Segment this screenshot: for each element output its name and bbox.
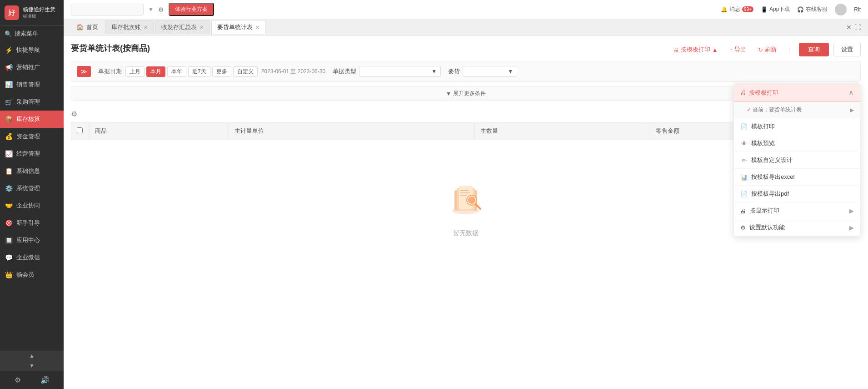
date-year-btn[interactable]: 本年 [167, 66, 186, 77]
sidebar-item-collab[interactable]: 🤝 企业协同 [0, 197, 64, 214]
main-area: ▼ ⚙ 体验行业方案 🔔 消息 99+ 📱 App下载 🎧 在线客服 Rit 🏠 [64, 0, 868, 389]
topbar-dropdown-icon[interactable]: ▼ [148, 6, 154, 13]
excel-icon: 📊 [740, 174, 748, 181]
sound-icon[interactable]: 🔊 [40, 376, 50, 384]
sidebar-item-system[interactable]: ⚙️ 系统管理 [0, 180, 64, 197]
purchase-icon: 🛒 [5, 98, 13, 106]
tab-collect-summary[interactable]: 收发存汇总表 ✕ [155, 20, 210, 34]
dropdown-item-export-excel[interactable]: 📊 按模板导出excel [734, 169, 860, 186]
app-download-btn[interactable]: 📱 App下载 [761, 5, 790, 13]
select-all-checkbox[interactable] [77, 127, 83, 133]
date-current-month-btn[interactable]: 本月 [146, 66, 165, 77]
close-order-stats-icon[interactable]: ✕ [255, 25, 259, 30]
close-collect-summary-icon[interactable]: ✕ [200, 25, 204, 30]
dropdown-header: 🖨 按模板打印 ∧ [734, 84, 860, 102]
sidebar-item-purchase[interactable]: 🛒 采购管理 [0, 93, 64, 111]
display-print-left: 🖨 按显示打印 [740, 207, 779, 215]
sidebar-item-sales[interactable]: 📊 销售管理 [0, 76, 64, 93]
sidebar-item-apps[interactable]: 🔲 应用中心 [0, 232, 64, 249]
dropdown-item-label: 模板打印 [751, 122, 775, 131]
sidebar-item-inventory[interactable]: 📦 库存核算 [0, 111, 64, 128]
headset-icon: 🎧 [797, 6, 804, 13]
trial-btn[interactable]: 体验行业方案 [169, 3, 214, 16]
dropdown-item-label: 按模板导出pdf [751, 190, 789, 198]
sidebar-item-operation[interactable]: 📈 经营管理 [0, 145, 64, 162]
action-buttons: 🖨 按模板打印 ▲ ↑ 导出 ↻ 刷新 ⋮ 查询 设置 [669, 43, 861, 56]
dropdown-item-template-preview[interactable]: 👁 模板预览 [734, 135, 860, 152]
close-window-icon[interactable]: ✕ [846, 24, 852, 31]
tab-order-stats-label: 要货单统计表 [217, 23, 253, 31]
msg-badge: 99+ [742, 6, 753, 12]
sidebar-item-label: 经营管理 [16, 150, 40, 158]
settings-btn[interactable]: 设置 [833, 43, 861, 56]
wechat-icon: 💬 [5, 254, 13, 261]
set-default-icon: ⚙ [740, 224, 746, 231]
close-inventory-batch-icon[interactable]: ✕ [144, 25, 148, 30]
dropdown-collapse-icon[interactable]: ∧ [848, 88, 854, 97]
sidebar-item-wechat[interactable]: 💬 企业微信 [0, 249, 64, 266]
search-menu-btn[interactable]: 🔍 搜索菜单 [0, 26, 64, 41]
guide-icon: 🎯 [5, 219, 13, 227]
service-btn[interactable]: 🎧 在线客服 [797, 5, 828, 13]
sidebar-item-member[interactable]: 👑 畅会员 [0, 266, 64, 283]
empty-icon [443, 177, 489, 222]
search-menu-label: 搜索菜单 [15, 30, 38, 38]
dropdown-item-label: 模板自定义设计 [751, 156, 793, 164]
sidebar-item-guide[interactable]: 🎯 新手引导 [0, 214, 64, 232]
settings-bottom-icon[interactable]: ⚙ [15, 376, 21, 384]
topbar-gear-icon[interactable]: ⚙ [158, 6, 164, 13]
sidebar-bottom: ⚙ 🔊 [0, 371, 64, 389]
marketing-icon: 📢 [5, 64, 13, 71]
date-prev-month-btn[interactable]: 上月 [125, 66, 145, 77]
phone-icon: 📱 [761, 6, 768, 13]
sidebar-item-label: 营销推广 [16, 63, 40, 71]
display-print-label: 按显示打印 [750, 207, 779, 215]
dropdown-current-item[interactable]: ✓ 当前：要货单统计表 ▶ [734, 102, 860, 118]
date-7days-btn[interactable]: 近7天 [188, 66, 210, 77]
table-gear-icon[interactable]: ⚙ [71, 110, 77, 118]
order-type-select[interactable]: ▼ [463, 66, 517, 77]
svg-rect-8 [460, 192, 470, 193]
date-more-btn[interactable]: 更多 [212, 66, 231, 77]
app-label: App下载 [769, 5, 790, 13]
sidebar-scroll-up[interactable]: ▲ [0, 351, 64, 361]
template-print-chevron: ▲ [712, 46, 718, 53]
date-custom-btn[interactable]: 自定义 [233, 66, 258, 77]
refresh-btn[interactable]: ↻ 刷新 [754, 44, 780, 56]
dropdown-item-export-pdf[interactable]: 📄 按模板导出pdf [734, 186, 860, 202]
export-btn[interactable]: ↑ 导出 [726, 44, 750, 56]
dropdown-header-left: 🖨 按模板打印 [740, 89, 778, 97]
dropdown-title: 按模板打印 [749, 89, 778, 97]
topbar-search-input[interactable] [71, 4, 144, 15]
export-icon: ↑ [730, 46, 733, 53]
tab-home[interactable]: 🏠 首页 [71, 20, 104, 34]
tab-inventory-batch[interactable]: 库存批次账 ✕ [105, 20, 154, 34]
dropdown-printer-icon: 🖨 [740, 89, 746, 96]
order-type-filter: 要货 ▼ [448, 66, 517, 77]
sidebar-item-finance[interactable]: 💰 资金管理 [0, 128, 64, 145]
template-print-btn[interactable]: 🖨 按模板打印 ▲ [669, 44, 722, 56]
dropdown-item-display-print[interactable]: 🖨 按显示打印 ▶ [734, 202, 860, 219]
app-name-block: 畅捷通好生意 标准版 [23, 6, 55, 20]
dropdown-item-set-default[interactable]: ⚙ 设置默认功能 ▶ [734, 219, 860, 236]
sidebar-item-basic[interactable]: 📋 基础信息 [0, 162, 64, 180]
maximize-window-icon[interactable]: ⛶ [854, 24, 861, 31]
avatar[interactable] [835, 4, 847, 15]
filter-expand-icon[interactable]: ≫ [77, 66, 91, 77]
tab-collect-summary-label: 收发存汇总表 [161, 23, 197, 31]
query-btn[interactable]: 查询 [799, 43, 829, 56]
dropdown-item-template-custom[interactable]: ✏ 模板自定义设计 [734, 152, 860, 169]
message-btn[interactable]: 🔔 消息 99+ [721, 5, 753, 13]
tab-home-label: 首页 [86, 23, 98, 31]
topbar: ▼ ⚙ 体验行业方案 🔔 消息 99+ 📱 App下载 🎧 在线客服 Rit [64, 0, 868, 19]
set-default-chevron: ▶ [849, 224, 854, 231]
dropdown-item-template-print[interactable]: 📄 模板打印 [734, 118, 860, 135]
sidebar-item-quick-nav[interactable]: ⚡ 快捷导航 [0, 41, 64, 59]
set-default-left: ⚙ 设置默认功能 [740, 223, 785, 232]
content-area: 要货单统计表(按商品) ≫ 单据日期 上月 本月 本年 近7天 更多 自定义 2… [64, 35, 868, 389]
sidebar-item-marketing[interactable]: 📢 营销推广 [0, 59, 64, 76]
type-select[interactable]: ▼ [359, 66, 441, 77]
sidebar-scroll-down[interactable]: ▼ [0, 361, 64, 371]
basic-icon: 📋 [5, 167, 13, 175]
tab-order-stats[interactable]: 要货单统计表 ✕ [211, 20, 265, 34]
